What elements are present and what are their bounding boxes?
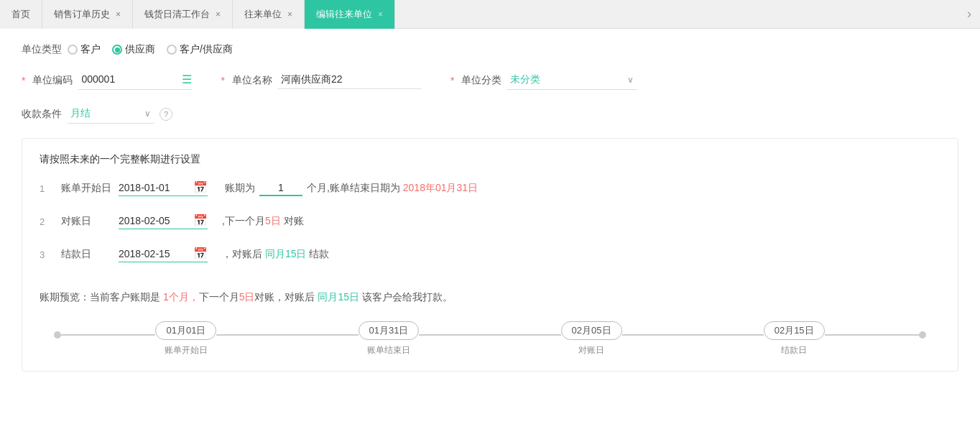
row-1-number: 1 xyxy=(40,183,61,194)
preview-section: 账期预览：当前客户账期是 1个月，下一个月5日对账，对账后 同月15日 该客户会… xyxy=(40,280,940,356)
row-3-date-input[interactable] xyxy=(119,248,190,259)
radio-circle-supplier xyxy=(112,45,122,55)
row-1-calendar-icon[interactable]: 📅 xyxy=(193,180,208,194)
tab-partner[interactable]: 往来单位 × xyxy=(233,0,305,29)
radio-circle-both xyxy=(167,45,177,55)
row-3-date-wrapper: 📅 xyxy=(119,247,208,262)
payment-term-help[interactable]: ? xyxy=(160,108,172,121)
row-1-period-unit: 个月,账单结束日期为 xyxy=(307,182,400,195)
row-1-end-date: 2018年01月31日 xyxy=(403,182,478,195)
radio-both-label: 客户/供应商 xyxy=(180,43,233,56)
unit-type-radio-group: 客户 供应商 客户/供应商 xyxy=(68,43,233,56)
tab-cashflow[interactable]: 钱货日清工作台 × xyxy=(133,0,233,29)
payment-term-field: 收款条件 月结 ∨ ? xyxy=(22,104,172,124)
close-partner[interactable]: × xyxy=(287,9,292,19)
settings-row-1: 1 账单开始日 📅 账期为 个月,账单结束日期为 2018年01月31日 xyxy=(40,180,940,196)
tab-sales-history[interactable]: 销售订单历史 × xyxy=(42,0,133,29)
timeline-line-5 xyxy=(825,334,919,336)
timeline: 01月01日 账单开始日 01月31日 账单结束日 02月05日 对账日 xyxy=(40,321,940,356)
row-2-date-input[interactable] xyxy=(119,215,190,226)
unit-name-label: 单位名称 xyxy=(232,74,272,87)
timeline-node-1: 01月01日 账单开始日 xyxy=(155,321,216,356)
settings-box: 请按照未来的一个完整帐期进行设置 1 账单开始日 📅 账期为 个月,账单结束日期… xyxy=(22,138,958,372)
payment-term-arrow: ∨ xyxy=(144,109,151,119)
row-3-label: 结款日 xyxy=(61,248,119,261)
tab-edit-partner[interactable]: 编辑往来单位 × xyxy=(305,0,395,29)
tab-bar: 首页 销售订单历史 × 钱货日清工作台 × 往来单位 × 编辑往来单位 × › xyxy=(0,0,980,29)
timeline-date-4: 02月15日 xyxy=(764,321,825,340)
tab-more-button[interactable]: › xyxy=(958,6,980,22)
row-2-date-wrapper: 📅 xyxy=(119,213,208,229)
timeline-date-2: 01月31日 xyxy=(359,321,420,340)
radio-both[interactable]: 客户/供应商 xyxy=(167,43,233,56)
close-edit-partner[interactable]: × xyxy=(378,9,383,19)
row-1-period-input[interactable] xyxy=(259,180,302,196)
unit-category-value: 未分类 xyxy=(510,73,627,86)
radio-customer-label: 客户 xyxy=(80,43,101,56)
unit-code-input-wrapper: ☰ xyxy=(78,70,192,90)
unit-category-select[interactable]: 未分类 ∨ xyxy=(507,70,637,90)
unit-category-field: * 单位分类 未分类 ∨ xyxy=(450,70,637,90)
unit-category-required: * xyxy=(450,75,454,86)
settings-row-2: 2 对账日 📅 ,下一个月5日 对账 xyxy=(40,213,940,229)
payment-term-row: 收款条件 月结 ∨ ? xyxy=(22,104,958,124)
timeline-line-3 xyxy=(419,334,560,336)
main-content: 单位类型 客户 供应商 客户/供应商 * 单位编码 xyxy=(0,29,980,437)
timeline-node-3: 02月05日 对账日 xyxy=(561,321,622,356)
radio-supplier-label: 供应商 xyxy=(125,43,155,56)
timeline-date-3: 02月05日 xyxy=(561,321,622,340)
unit-code-icon[interactable]: ☰ xyxy=(182,73,192,86)
radio-supplier[interactable]: 供应商 xyxy=(112,43,155,56)
unit-name-input[interactable] xyxy=(278,71,422,89)
unit-code-label: 单位编码 xyxy=(32,74,73,87)
payment-term-label: 收款条件 xyxy=(22,108,62,121)
timeline-node-2: 01月31日 账单结束日 xyxy=(359,321,420,356)
unit-category-label: 单位分类 xyxy=(461,74,501,87)
row-2-label: 对账日 xyxy=(61,215,119,228)
payment-term-select[interactable]: 月结 ∨ xyxy=(68,104,154,124)
close-cashflow[interactable]: × xyxy=(216,9,221,19)
timeline-start-dot xyxy=(54,331,61,339)
preview-text: 账期预览：当前客户账期是 1个月，下一个月5日对账，对账后 同月15日 该客户会… xyxy=(40,291,940,304)
timeline-label-1: 账单开始日 xyxy=(165,344,208,356)
timeline-date-1: 01月01日 xyxy=(155,321,216,340)
timeline-line-1 xyxy=(61,334,155,336)
tab-home[interactable]: 首页 xyxy=(0,0,42,29)
payment-term-value: 月结 xyxy=(70,107,144,120)
timeline-label-2: 账单结束日 xyxy=(367,344,410,356)
row-3-calendar-icon[interactable]: 📅 xyxy=(193,247,208,260)
row-1-suffix: 账期为 xyxy=(222,182,255,195)
timeline-node-4: 02月15日 结款日 xyxy=(764,321,825,356)
unit-name-required: * xyxy=(221,75,224,86)
timeline-line-4 xyxy=(622,334,764,336)
timeline-label-3: 对账日 xyxy=(578,344,604,356)
unit-code-required: * xyxy=(22,75,25,86)
timeline-label-4: 结款日 xyxy=(781,344,807,356)
row-1-date-wrapper: 📅 xyxy=(119,180,208,196)
row-2-calendar-icon[interactable]: 📅 xyxy=(193,213,208,227)
unit-info-row: * 单位编码 ☰ * 单位名称 * 单位分类 未分类 ∨ xyxy=(22,70,958,90)
row-3-number: 3 xyxy=(40,249,61,260)
unit-type-field: 单位类型 客户 供应商 客户/供应商 xyxy=(22,43,233,56)
unit-code-input[interactable] xyxy=(78,70,179,88)
unit-type-row: 单位类型 客户 供应商 客户/供应商 xyxy=(22,43,958,56)
row-2-number: 2 xyxy=(40,216,61,227)
unit-name-field: * 单位名称 xyxy=(221,71,421,89)
radio-circle-customer xyxy=(68,45,78,55)
row-1-date-input[interactable] xyxy=(119,182,190,193)
timeline-line-2 xyxy=(216,334,358,336)
timeline-end-dot xyxy=(919,331,926,339)
row-1-label: 账单开始日 xyxy=(61,182,119,195)
settings-row-3: 3 结款日 📅 ，对账后 同月15日 结款 xyxy=(40,247,940,262)
unit-category-arrow: ∨ xyxy=(627,75,634,85)
close-sales-history[interactable]: × xyxy=(116,9,121,19)
radio-customer[interactable]: 客户 xyxy=(68,43,101,56)
settings-title: 请按照未来的一个完整帐期进行设置 xyxy=(40,153,940,166)
row-3-desc: ，对账后 同月15日 结款 xyxy=(222,248,329,261)
unit-type-label: 单位类型 xyxy=(22,43,62,56)
unit-code-field: * 单位编码 ☰ xyxy=(22,70,192,90)
row-2-desc: ,下一个月5日 对账 xyxy=(222,215,304,228)
